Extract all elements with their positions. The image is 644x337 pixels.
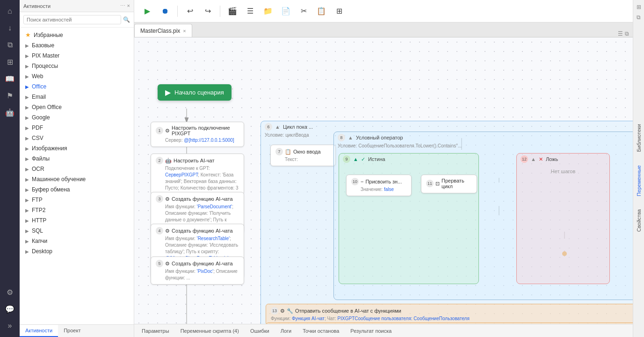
- folder-button[interactable]: 📁: [260, 4, 275, 19]
- sidebar-item-ocr[interactable]: ▶ OCR: [20, 164, 134, 174]
- scissors-button[interactable]: ✂: [296, 4, 311, 19]
- bottom-tab-search-results[interactable]: Результат поиска: [348, 328, 393, 334]
- sidebar-item-clipboard[interactable]: ▶ Буфер обмена: [20, 184, 134, 195]
- header-menu-icon[interactable]: ⋯: [120, 3, 125, 9]
- header-close-icon[interactable]: ×: [127, 3, 130, 9]
- node-10-num: 10: [351, 178, 359, 185]
- node-10-body: Значение: false: [361, 186, 406, 193]
- sidebar-item-images[interactable]: ▶ Изображения: [20, 143, 134, 154]
- sidebar-item-label: Машинное обучение: [32, 176, 86, 183]
- sidebar-item-label: Desktop: [32, 248, 52, 255]
- right-sidebar: ⊞ ⧉ Библиотеки Переменные Свойства: [633, 0, 644, 337]
- doc-button[interactable]: 📄: [278, 4, 293, 19]
- search-icon[interactable]: 🔍: [123, 16, 130, 23]
- sidebar-item-pdf[interactable]: ▶ PDF: [20, 123, 134, 133]
- copy-button[interactable]: 📋: [314, 4, 329, 19]
- sidebar-item-openoffice[interactable]: ▶ Open Office: [20, 102, 134, 112]
- sidebar-item-pixmaster[interactable]: ▶ PIX Master: [20, 51, 134, 61]
- undo-button[interactable]: ↩: [182, 4, 197, 19]
- collapse-icon[interactable]: ▲: [275, 124, 280, 130]
- settings-icon[interactable]: ⚙: [2, 285, 17, 300]
- sidebar-item-label: Email: [32, 94, 46, 100]
- node-2[interactable]: 2 🤖 Настроить AI-чат Подключение к GPT: …: [151, 154, 244, 195]
- while-title: Цикл пока ...: [283, 124, 313, 130]
- grid-icon[interactable]: ⊞: [2, 54, 17, 69]
- arrow-icon: ▶: [25, 64, 29, 69]
- arrow-icon: ▶: [25, 95, 29, 100]
- check-icon: ✓: [361, 156, 365, 162]
- sidebar-item-files[interactable]: ▶ Файлы: [20, 154, 134, 164]
- layers-icon[interactable]: ⧉: [2, 37, 17, 52]
- video-button[interactable]: 🎬: [225, 4, 240, 19]
- sidebar-item-web[interactable]: ▶ Web: [20, 71, 134, 81]
- arrow-icon: ▶: [25, 43, 29, 48]
- list-button[interactable]: ☰: [243, 4, 258, 19]
- bottom-tab-variables[interactable]: Переменные скрипта (4): [179, 328, 241, 334]
- cond-collapse-icon[interactable]: ▲: [348, 135, 353, 140]
- sidebar-item-ml[interactable]: ▶ Машинное обучение: [20, 174, 134, 184]
- bottom-bar: Параметры Переменные скрипта (4) Ошибки …: [134, 324, 633, 337]
- cond-sublabel: Условие: СообщениеПользователя.ToLower()…: [334, 143, 633, 150]
- record-button[interactable]: ⏺: [158, 4, 173, 19]
- tab-split-icon[interactable]: ⧉: [625, 30, 629, 37]
- arrow-icon: ▶: [25, 187, 29, 192]
- sidebar-item-google[interactable]: ▶ Google: [20, 112, 134, 123]
- book-icon[interactable]: 📖: [2, 71, 17, 86]
- right-split-icon[interactable]: ⧉: [637, 14, 641, 21]
- sidebar-item-office[interactable]: ▶ Office: [20, 81, 134, 92]
- file-tab[interactable]: MasterClass.pix ×: [134, 24, 192, 37]
- sidebar-item-email[interactable]: ▶ Email: [20, 92, 134, 102]
- arrow-icon: ▶: [25, 53, 29, 59]
- home-icon[interactable]: ⌂: [2, 4, 17, 19]
- redo-button[interactable]: ↪: [200, 4, 215, 19]
- canvas[interactable]: ▶ Начало сценария 1 ⚙ Настроить подключе…: [134, 37, 633, 324]
- node-1[interactable]: 1 ⚙ Настроить подключение PIXGPT Сервер:…: [151, 122, 244, 147]
- right-panel-icon[interactable]: ⊞: [637, 4, 641, 10]
- tab-close-icon[interactable]: ×: [183, 28, 186, 34]
- node-10[interactable]: 10 − Присвоить зн... Значение: false: [346, 175, 412, 196]
- node-13-container[interactable]: 13 ⚙ 🔧 Отправить сообщение в AI-чат с фу…: [266, 304, 633, 324]
- play-button[interactable]: ▶: [140, 4, 155, 19]
- canvas-inner: ▶ Начало сценария 1 ⚙ Настроить подключе…: [134, 37, 633, 324]
- table-button[interactable]: ⊞: [332, 4, 347, 19]
- true-title: Истина: [368, 156, 385, 162]
- sidebar-item-ftp2[interactable]: ▶ FTP2: [20, 205, 134, 215]
- search-input[interactable]: [23, 15, 121, 24]
- tab-menu-icon[interactable]: ☰: [618, 30, 623, 37]
- bottom-tab-breakpoints[interactable]: Точки останова: [301, 328, 341, 334]
- sidebar-item-favorites[interactable]: ★ Избранные: [20, 29, 134, 40]
- tab-project[interactable]: Проект: [58, 325, 86, 337]
- sidebar-item-csv[interactable]: ▶ CSV: [20, 133, 134, 143]
- while-condition: циклВвода: [285, 132, 309, 138]
- tab-activities[interactable]: Активности: [20, 325, 58, 337]
- bottom-tab-errors[interactable]: Ошибки: [248, 328, 271, 334]
- right-tab-libraries[interactable]: Библиотеки: [634, 120, 644, 156]
- bottom-tab-logs[interactable]: Логи: [279, 328, 294, 334]
- chat-icon[interactable]: 💬: [2, 301, 17, 316]
- node-5[interactable]: 5 ⚙ Создать функцию AI-чата Имя функции:…: [151, 256, 244, 285]
- flag-icon[interactable]: ⚑: [2, 88, 17, 103]
- node-3-title: Создать функцию AI-чата: [172, 196, 233, 202]
- sidebar-item-label: PDF: [32, 125, 43, 131]
- sidebar-item-label: CSV: [32, 135, 43, 141]
- expand-icon[interactable]: »: [2, 318, 17, 333]
- bot-icon[interactable]: 🤖: [2, 105, 17, 120]
- sidebar-item-captcha[interactable]: ▶ Капчи: [20, 236, 134, 246]
- sidebar-item-bazovye[interactable]: ▶ Базовые: [20, 40, 134, 51]
- right-tab-variables[interactable]: Переменные: [634, 161, 644, 200]
- download-icon[interactable]: ↓: [2, 21, 17, 36]
- arrow-icon: ▶: [25, 177, 29, 182]
- node-14-container[interactable]: 14 ⚙ 🔧 Вызов функции: [266, 322, 633, 324]
- node-1-body: Сервер: @[http://127.0.0.1:5000]: [165, 137, 239, 144]
- sidebar-item-desktop[interactable]: ▶ Desktop: [20, 246, 134, 256]
- sidebar-item-ftp[interactable]: ▶ FTP: [20, 195, 134, 205]
- sidebar-item-processes[interactable]: ▶ Процессы: [20, 61, 134, 71]
- node-7[interactable]: 7 📋 Окно ввода Текст:: [270, 145, 336, 166]
- node-11[interactable]: 11 ⊡ Прервать цикл: [421, 175, 477, 193]
- sidebar-item-sql[interactable]: ▶ SQL: [20, 226, 134, 236]
- node-2-num: 2: [156, 157, 163, 164]
- bottom-tab-params[interactable]: Параметры: [140, 328, 171, 334]
- sidebar-item-http[interactable]: ▶ HTTP: [20, 215, 134, 226]
- node-11-header: 11 ⊡ Прервать цикл: [426, 178, 472, 189]
- right-tab-properties[interactable]: Свойства: [634, 205, 644, 235]
